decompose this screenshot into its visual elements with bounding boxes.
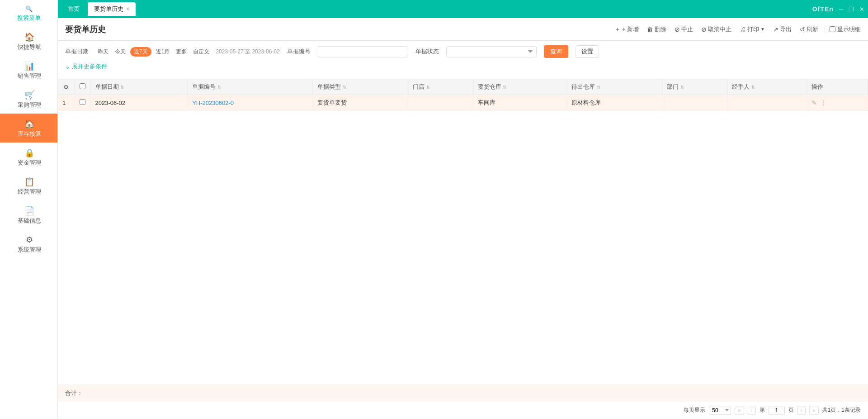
- page-title: 要货单历史: [65, 24, 106, 35]
- edit-icon[interactable]: ✎: [811, 99, 817, 106]
- inventory-icon: 🏠: [24, 120, 34, 128]
- tab-close-icon[interactable]: ×: [126, 6, 129, 12]
- doc-no-input[interactable]: [318, 46, 408, 57]
- cell-check: [74, 95, 90, 111]
- cancel-stop-icon: ⊘: [701, 26, 707, 33]
- print-dropdown-icon: ▼: [760, 27, 765, 32]
- date-options: 昨天 今天 近7天 近1月 更多 自定义 2023-05-27 至 2023-0…: [96, 47, 280, 57]
- status-select[interactable]: [446, 46, 537, 57]
- app-name: OfTEn: [812, 5, 834, 13]
- export-label: 导出: [780, 25, 792, 33]
- refresh-button[interactable]: ↺ 刷新: [798, 24, 820, 34]
- toolbar-divider: [825, 26, 825, 33]
- sidebar: 🔍 搜索菜单 🏠 快捷导航 📊 销售管理 🛒 采购管理 🏠 库存核算 🔒 资金管…: [0, 0, 58, 419]
- chart-icon: 📊: [24, 62, 34, 70]
- sidebar-item-operation[interactable]: 📋 经营管理: [0, 171, 57, 200]
- cell-doc-type: 要货单要货: [312, 95, 408, 111]
- tab-home[interactable]: 首页: [61, 2, 86, 16]
- sidebar-item-label: 系统管理: [18, 246, 41, 254]
- query-button[interactable]: 查询: [544, 45, 568, 58]
- next-page-btn[interactable]: ›: [797, 406, 806, 415]
- cell-department: [662, 95, 727, 111]
- table-header-row: ⚙ 单据日期 ⇅ 单据编号 ⇅: [58, 79, 868, 95]
- date-opt-yesterday[interactable]: 昨天: [96, 48, 110, 56]
- expand-more-label: 展开更多条件: [72, 62, 107, 71]
- content-area: 要货单历史 ＋ + 新增 🗑 删除 ⊘ 中止 ⊘ 取消中止: [58, 18, 868, 419]
- sort-date-icon[interactable]: ⇅: [120, 85, 124, 90]
- tab-home-label: 首页: [68, 5, 80, 13]
- print-label: 打印: [747, 25, 759, 33]
- stop-icon: ⊘: [675, 26, 680, 33]
- expand-more-btn[interactable]: ⌄ 展开更多条件: [65, 61, 107, 72]
- new-label: + 新增: [622, 25, 639, 33]
- close-btn[interactable]: ✕: [859, 6, 864, 13]
- display-detail-checkbox[interactable]: 显示明细: [830, 25, 861, 33]
- page-prefix-label: 第: [760, 406, 765, 414]
- doc-no-link[interactable]: YH-20230602-0: [192, 100, 234, 106]
- sidebar-item-label: 采购管理: [18, 101, 41, 109]
- sort-store-icon[interactable]: ⇅: [426, 85, 430, 90]
- date-opt-today[interactable]: 今天: [113, 48, 127, 56]
- date-opt-custom[interactable]: 自定义: [191, 48, 211, 56]
- sort-dept-icon[interactable]: ⇅: [680, 85, 684, 90]
- export-button[interactable]: ↗ 导出: [771, 24, 793, 34]
- print-button[interactable]: 🖨 打印 ▼: [738, 24, 767, 34]
- sort-handler-icon[interactable]: ⇅: [751, 85, 755, 90]
- restore-btn[interactable]: ❐: [849, 6, 854, 13]
- lock-icon: 🔒: [24, 149, 34, 157]
- date-opt-last7[interactable]: 近7天: [130, 47, 151, 57]
- sidebar-item-basic[interactable]: 📄 基础信息: [0, 200, 57, 229]
- cell-store: [408, 95, 473, 111]
- cell-action: ✎ ⋮: [807, 95, 868, 111]
- prev-page-btn[interactable]: ‹: [748, 406, 756, 415]
- date-opt-more[interactable]: 更多: [174, 48, 189, 56]
- tab-bar: 首页 要货单历史 × OfTEn ─ ❐ ✕: [58, 0, 868, 18]
- sidebar-item-purchase[interactable]: 🛒 采购管理: [0, 85, 57, 114]
- sidebar-item-quick-nav[interactable]: 🏠 快捷导航: [0, 27, 57, 56]
- tab-order-history[interactable]: 要货单历史 ×: [88, 2, 136, 16]
- refresh-icon: ↺: [800, 26, 805, 33]
- document-icon: 📄: [24, 207, 34, 215]
- tab-order-history-label: 要货单历史: [94, 5, 123, 13]
- filter-area: 单据日期 昨天 今天 近7天 近1月 更多 自定义 2023-05-27 至 2…: [58, 41, 868, 79]
- col-settings: ⚙: [58, 79, 74, 95]
- search-icon: 🔍: [25, 5, 33, 12]
- page-size-label: 每页显示: [684, 406, 705, 414]
- stop-button[interactable]: ⊘ 中止: [673, 24, 695, 34]
- export-icon: ↗: [773, 26, 778, 33]
- sort-docno-icon[interactable]: ⇅: [217, 85, 221, 90]
- last-page-btn[interactable]: »: [809, 406, 819, 415]
- check-all-input[interactable]: [80, 83, 85, 89]
- settings-icon[interactable]: ⚙: [63, 84, 69, 90]
- sort-req-warehouse-icon[interactable]: ⇅: [503, 85, 506, 90]
- more-icon[interactable]: ⋮: [821, 99, 827, 106]
- delete-button[interactable]: 🗑 删除: [645, 24, 668, 34]
- page-suffix-label: 页: [788, 406, 794, 414]
- sidebar-item-finance[interactable]: 🔒 资金管理: [0, 143, 57, 171]
- plus-icon: ＋: [614, 25, 621, 33]
- delete-label: 删除: [655, 25, 666, 33]
- settings-button[interactable]: 设置: [576, 45, 599, 58]
- sidebar-item-sales[interactable]: 📊 销售管理: [0, 56, 57, 85]
- cell-req-warehouse: 车间库: [473, 95, 567, 111]
- sidebar-item-system[interactable]: ⚙ 系统管理: [0, 229, 57, 258]
- display-detail-input[interactable]: [830, 26, 835, 32]
- sort-doctype-icon[interactable]: ⇅: [343, 85, 346, 90]
- col-doc-no: 单据编号 ⇅: [188, 79, 313, 95]
- new-button[interactable]: ＋ + 新增: [613, 24, 641, 34]
- first-page-btn[interactable]: «: [735, 406, 744, 415]
- date-opt-last-month[interactable]: 近1月: [154, 48, 172, 56]
- cancel-stop-button[interactable]: ⊘ 取消中止: [699, 24, 733, 34]
- col-department: 部门 ⇅: [662, 79, 727, 95]
- sort-pending-warehouse-icon[interactable]: ⇅: [597, 85, 600, 90]
- sidebar-search[interactable]: 🔍 搜索菜单: [0, 0, 57, 27]
- sidebar-item-inventory[interactable]: 🏠 库存核算: [0, 114, 57, 143]
- page-size-select[interactable]: 10 20 50 100: [709, 406, 731, 415]
- row-check[interactable]: [80, 99, 85, 105]
- col-check: [74, 79, 90, 95]
- tab-bar-right: OfTEn ─ ❐ ✕: [812, 5, 864, 13]
- sidebar-item-label: 库存核算: [18, 130, 41, 138]
- minimize-btn[interactable]: ─: [839, 6, 843, 13]
- gear-icon: ⚙: [26, 236, 33, 244]
- current-page-input[interactable]: [769, 406, 785, 415]
